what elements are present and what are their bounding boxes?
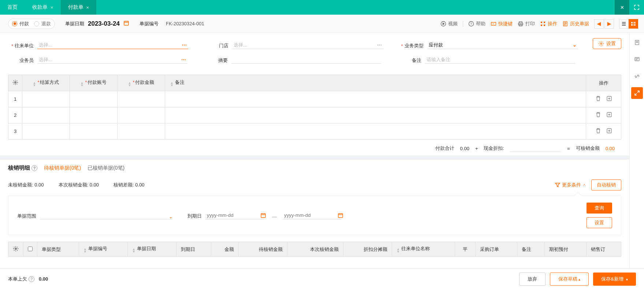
add-row-icon[interactable]: [606, 112, 612, 119]
calendar-icon[interactable]: [260, 212, 266, 219]
help-icon[interactable]: ?: [31, 165, 37, 171]
close-icon[interactable]: ×: [51, 5, 53, 10]
th-duedate[interactable]: 到期日: [176, 242, 211, 257]
video-button[interactable]: 视频: [440, 21, 458, 27]
duedate-label: 到期日: [187, 213, 202, 219]
radio-pay[interactable]: 付款: [12, 21, 29, 27]
discount-input[interactable]: [510, 145, 561, 152]
remark-input[interactable]: [425, 56, 575, 64]
list-view-button[interactable]: [619, 19, 629, 29]
th-pending[interactable]: 待核销金额: [239, 242, 287, 257]
discard-button[interactable]: 放弃: [519, 273, 546, 286]
pager-next[interactable]: ▶: [604, 19, 614, 29]
rail-note-icon[interactable]: [631, 53, 643, 65]
remark-label: 备注: [412, 57, 421, 64]
operate-button[interactable]: 操作: [540, 21, 557, 27]
save-draft-button[interactable]: 保存草稿: [550, 273, 589, 286]
th-remark[interactable]: 备注: [517, 242, 544, 257]
th-doctype[interactable]: 单据类型: [37, 242, 79, 257]
store-input[interactable]: [232, 41, 383, 49]
th-current[interactable]: 本次核销金额: [287, 242, 343, 257]
calendar-icon[interactable]: [338, 212, 343, 219]
radio-refund[interactable]: 退款: [34, 21, 51, 27]
doc-no-label: 单据编号: [139, 21, 159, 27]
th-ping[interactable]: 平: [455, 242, 475, 257]
grid-row[interactable]: 3: [8, 123, 621, 140]
svg-rect-8: [541, 22, 542, 23]
partner-label: 往来单位: [15, 42, 34, 49]
more-icon[interactable]: ⋯: [181, 57, 186, 62]
delete-row-icon[interactable]: [595, 112, 601, 119]
delete-row-icon[interactable]: [595, 96, 601, 103]
th-docno[interactable]: ▲▼单据编号: [79, 242, 127, 257]
th-method[interactable]: ▲▼*结算方式: [22, 75, 70, 91]
writeoff-value: 0.00: [606, 146, 615, 151]
th-amount[interactable]: ▲▼*付款金额: [118, 75, 165, 91]
done-tab[interactable]: 已核销单据(0笔): [88, 165, 124, 171]
query-setting-button[interactable]: 设置: [587, 217, 612, 228]
shortcut-button[interactable]: 快捷键: [491, 21, 513, 27]
more-icon[interactable]: ⋯: [182, 42, 187, 48]
add-row-icon[interactable]: [606, 96, 612, 103]
docrange-select[interactable]: [40, 211, 172, 219]
grid-row[interactable]: 2: [8, 107, 621, 123]
query-button[interactable]: 查询: [587, 203, 612, 214]
docrange-label: 单据范围: [17, 213, 36, 219]
tab-label: 付款单: [68, 4, 83, 11]
th-prepay[interactable]: 期初预付: [545, 242, 587, 257]
print-button[interactable]: 打印: [518, 21, 535, 27]
th-amount[interactable]: 金额: [211, 242, 238, 257]
grid-view-button[interactable]: [629, 19, 638, 29]
query-panel: 单据范围 ⌄ 到期日 — 查询 设置: [8, 196, 621, 235]
close-all-button[interactable]: ✕: [615, 0, 629, 15]
th-saleorder[interactable]: 销售订: [587, 242, 621, 257]
due-to-input[interactable]: [283, 211, 341, 219]
help-icon[interactable]: ?: [29, 276, 34, 282]
pager-prev[interactable]: ◀: [594, 19, 604, 29]
th-po[interactable]: 采购订单: [475, 242, 517, 257]
svg-point-26: [15, 248, 16, 249]
history-button[interactable]: 历史单据: [562, 21, 589, 27]
unwritten-amount: 未核销金额: 0.00: [8, 182, 44, 188]
biztype-input[interactable]: [427, 41, 578, 49]
svg-rect-11: [544, 25, 545, 26]
partner-input[interactable]: [37, 41, 188, 49]
auto-writeoff-button[interactable]: 自动核销: [591, 179, 621, 190]
delete-row-icon[interactable]: [595, 128, 601, 135]
calendar-icon[interactable]: [123, 20, 129, 27]
tabs-bar: 首页 收款单× 付款单× ✕: [0, 0, 644, 15]
add-row-icon[interactable]: [606, 128, 612, 135]
rail-expand-icon[interactable]: [631, 87, 643, 99]
doc-date-value[interactable]: 2023-03-24: [88, 20, 120, 27]
th-remark[interactable]: ▲▼备注: [165, 75, 586, 91]
more-icon[interactable]: ⋯: [377, 42, 382, 48]
select-all-checkbox[interactable]: [28, 247, 33, 251]
grid-row[interactable]: 1: [8, 91, 621, 107]
fullscreen-button[interactable]: [629, 0, 644, 15]
tab-receipt[interactable]: 收款单×: [25, 0, 61, 15]
more-filter-button[interactable]: 更多条件ㅅ: [555, 182, 586, 188]
th-docdate[interactable]: ▲▼单据日期: [128, 242, 176, 257]
salesman-input[interactable]: [37, 56, 187, 64]
rail-draft-icon[interactable]: [631, 37, 643, 48]
chevron-down-icon[interactable]: ⌄: [573, 42, 577, 48]
help-button[interactable]: ?帮助: [468, 21, 485, 27]
tab-home[interactable]: 首页: [0, 0, 25, 15]
checkbox-header[interactable]: [23, 242, 37, 257]
th-discountshare[interactable]: 折扣分摊额: [343, 242, 392, 257]
tab-payment[interactable]: 付款单×: [61, 0, 97, 15]
summary-input[interactable]: [231, 56, 381, 64]
due-from-input[interactable]: [205, 211, 264, 219]
setting-button[interactable]: 设置: [593, 38, 621, 49]
gear-header[interactable]: [8, 242, 23, 257]
th-partner[interactable]: ▲▼往来单位名称: [392, 242, 455, 257]
svg-rect-28: [635, 58, 639, 61]
close-icon[interactable]: ×: [86, 5, 89, 10]
svg-rect-25: [338, 214, 343, 218]
pending-tab[interactable]: 待核销单据(0笔): [44, 165, 81, 171]
gear-header[interactable]: [8, 75, 22, 91]
save-new-button[interactable]: 保存&新增: [593, 273, 636, 286]
payment-grid: ▲▼*结算方式 ▲▼*付款账号 ▲▼*付款金额 ▲▼备注 操作 1 2 3: [8, 75, 621, 140]
th-account[interactable]: ▲▼*付款账号: [70, 75, 118, 91]
rail-link-icon[interactable]: [631, 70, 643, 82]
